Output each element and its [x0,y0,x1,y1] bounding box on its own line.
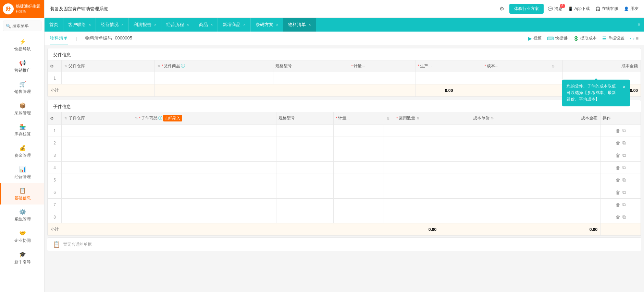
delete-icon[interactable]: 🗑 [616,153,620,158]
tab-history[interactable]: 经营历程 × [161,18,194,32]
sidebar-item-sales[interactable]: 🛒 销售管理 [0,77,44,98]
sub-tabs: 物料清单 | 物料清单编码 0000005 ▶ 视频 ⌨ 快捷键 💲 提 [45,32,644,45]
child-subtotal-needed-val: 0.00 [429,227,436,232]
child-row-1-product[interactable] [132,125,276,137]
message-button[interactable]: 💬 消息 6 [548,6,562,12]
parent-row-1-spec[interactable] [273,72,349,84]
child-row-1-spec[interactable] [276,125,333,137]
delete-icon[interactable]: 🗑 [616,165,620,171]
delete-icon[interactable]: 🗑 [616,214,620,220]
delete-icon[interactable]: 🗑 [616,140,620,146]
logo-text: 畅捷通好生意 [16,4,40,9]
tab-home[interactable]: 首页 [45,18,63,32]
parent-row-1-quantity[interactable] [349,72,416,84]
parent-row-1-product[interactable] [154,72,273,84]
tab-customer[interactable]: 客户联络 × [63,18,96,32]
child-row-1-warehouse[interactable] [62,125,132,137]
trial-button[interactable]: 体验行业方案 [509,4,544,14]
table-row: 7 🗑⧉ [48,199,641,211]
sidebar-item-guide[interactable]: 🎓 新手引导 [0,247,44,268]
user-label: 用友 [630,6,639,12]
parent-col-settings[interactable]: ⚙ [48,60,62,72]
sidebar-item-quicknav[interactable]: ⚡ 快捷导航 [0,34,44,56]
layout-button[interactable]: ≡ [636,36,639,41]
prev-button[interactable]: ‹ [630,36,631,41]
tab-barcode-close[interactable]: × [276,23,278,27]
sidebar-item-enterprise[interactable]: 🤝 企业协同 [0,226,44,247]
child-row-6-actions: 🗑⧉ [600,189,641,195]
content-area: 物料清单 | 物料清单编码 0000005 ▶ 视频 ⌨ 快捷键 💲 提 [45,32,644,292]
tab-barcode[interactable]: 条码方案 × [251,18,283,32]
child-row-1-quantity[interactable] [333,125,384,137]
tab-profit[interactable]: 利润报告 × [129,18,161,32]
tab-product[interactable]: 商品 × [194,18,218,32]
child-row-1-amount[interactable] [541,125,600,137]
copy-icon[interactable]: ⧉ [622,214,626,220]
sub-tab-bom-list[interactable]: 物料清单 [50,32,68,45]
sidebar-item-system[interactable]: ⚙️ 系统管理 [0,205,44,226]
parent-subtotal-cost-val: 0.00 [445,88,453,93]
app-icon: 📱 [568,7,573,11]
tab-operation-status[interactable]: 经营情况 × [96,18,128,32]
child-col-settings[interactable]: ⚙ [48,112,62,125]
tab-add-product-close[interactable]: × [243,23,245,27]
delete-icon[interactable]: 🗑 [616,128,620,133]
video-button[interactable]: ▶ 视频 [528,35,542,41]
parent-section-title: 父件信息 [48,48,641,60]
tab-profit-close[interactable]: × [154,23,156,27]
copy-icon[interactable]: ⧉ [622,128,626,133]
copy-icon[interactable]: ⧉ [622,177,626,183]
settings-button[interactable]: ⚙ [497,4,507,14]
tab-customer-close[interactable]: × [89,23,91,27]
copy-icon[interactable]: ⧉ [622,165,626,171]
shortcut-button[interactable]: ⌨ 快捷键 [547,35,568,41]
online-service-button[interactable]: 🎧 在线客服 [595,6,618,12]
parent-row-1-production[interactable] [416,72,482,84]
app-download-button[interactable]: 📱 App下载 [568,6,590,12]
sidebar-item-purchase[interactable]: 📦 采购管理 [0,98,44,119]
child-col-amount: 成本金额 [541,112,600,125]
tooltip-close-button[interactable]: × [623,83,626,91]
sidebar-item-inventory[interactable]: 🏪 库存核算 [0,119,44,141]
pagination-controls: ‹ › ≡ [630,36,639,41]
child-section-title: 子件信息 [48,100,641,112]
sidebar-item-purchase-label: 采购管理 [14,110,31,116]
tab-add-product[interactable]: 新增商品 × [218,18,250,32]
sidebar-item-marketing[interactable]: 📢 营销推广 [0,56,44,77]
nav-close-all-button[interactable]: × [634,22,644,28]
child-row-1-needed[interactable] [394,125,471,137]
sidebar-item-operation[interactable]: 📊 经营管理 [0,162,44,183]
search-menu-button[interactable]: 🔍 搜索菜单 [3,21,41,31]
tab-operation-status-close[interactable]: × [121,23,123,27]
tab-product-close[interactable]: × [211,23,213,27]
app-label: App下载 [574,6,590,12]
sidebar-item-finance[interactable]: 💰 资金管理 [0,141,44,162]
header-actions: 💬 消息 6 📱 App下载 🎧 在线客服 👤 用友 [548,6,639,12]
tab-history-label: 经营历程 [166,22,184,28]
parent-row-1-warehouse[interactable] [62,72,155,84]
next-button[interactable]: › [633,36,634,41]
sidebar-item-inventory-label: 库存核算 [14,131,31,137]
sub-tab-bom-number[interactable]: 物料清单编码 0000005 [85,32,132,45]
copy-icon[interactable]: ⧉ [622,189,626,195]
tab-history-close[interactable]: × [187,23,189,27]
quicknav-icon: ⚡ [19,38,26,45]
single-setting-button[interactable]: ☰ 单据设置 [602,35,624,41]
child-row-1-unit-cost[interactable] [471,125,541,137]
sidebar-item-basic-label: 基础信息 [14,195,31,201]
tab-barcode-label: 条码方案 [256,22,273,28]
tab-bom-close[interactable]: × [309,23,311,27]
copy-icon[interactable]: ⧉ [622,140,626,146]
copy-icon[interactable]: ⧉ [622,152,626,158]
child-section: 子件信息 ⚙ ⇅子件仓库 ⇅ * [47,100,641,236]
sidebar-item-basic[interactable]: 📋 基础信息 [0,183,44,205]
delete-icon[interactable]: 🗑 [616,202,620,208]
user-button[interactable]: 👤 用友 [624,6,639,12]
tab-bom[interactable]: 物料清单 × [283,18,316,32]
delete-icon[interactable]: 🗑 [616,177,620,183]
scan-button[interactable]: 扫码录入 [163,115,182,121]
parent-row-1-cost[interactable] [482,72,549,84]
cost-button[interactable]: 💲 提取成本 [573,35,597,41]
copy-icon[interactable]: ⧉ [622,202,626,208]
delete-icon[interactable]: 🗑 [616,190,620,195]
